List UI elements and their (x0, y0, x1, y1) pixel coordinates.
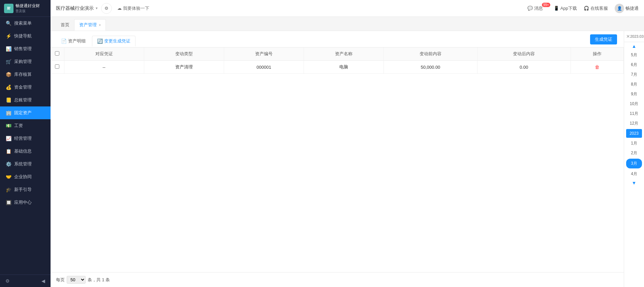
calendar-month-12月[interactable]: 12月 (624, 119, 644, 128)
calendar-month-2023-3月[interactable]: 3月 (626, 159, 642, 168)
sales-icon: 📊 (5, 46, 11, 52)
sidebar-item-label-purchase: 采购管理 (14, 59, 32, 65)
sidebar-item-label-guide: 新手引导 (14, 187, 32, 193)
user-avatar: 👤 (615, 4, 624, 13)
sidebar: 财 畅捷通好业财 普及版 🔍 搜索菜单 ⚡ 快捷导航 📊 销售管理 🛒 采购管理… (0, 0, 51, 287)
user-menu[interactable]: 👤 畅捷通 (615, 4, 639, 13)
settings-icon[interactable]: ⚙ (5, 278, 10, 284)
th-voucher: 对应凭证 (64, 47, 144, 61)
sidebar-item-coop[interactable]: 🤝 企业协同 (0, 170, 51, 183)
th-type: 变动类型 (144, 47, 224, 61)
ledger-icon: 📒 (5, 97, 11, 103)
calendar-month-2023-2月[interactable]: 2月 (624, 148, 644, 158)
sidebar-item-payroll[interactable]: 💵 工资 (0, 119, 51, 132)
tab-home[interactable]: 首页 (56, 19, 74, 31)
settings-button[interactable]: ⚙ (101, 3, 112, 14)
customer-service-button[interactable]: 🎧 在线客服 (584, 5, 608, 11)
tab-assets[interactable]: 资产管理× (74, 19, 106, 31)
sidebar-item-inventory[interactable]: 📦 库存核算 (0, 68, 51, 81)
customer-service-label: 在线客服 (590, 5, 608, 11)
sidebar-item-funds[interactable]: 💰 资金管理 (0, 81, 51, 94)
sidebar-item-assets[interactable]: 🏢 固定资产 (0, 106, 51, 119)
logo-icon: 财 (4, 4, 13, 13)
total-text: 条，共 1 条 (88, 277, 110, 283)
calendar-scroll-down[interactable]: ▼ (631, 179, 638, 187)
sidebar-item-label-quick-nav: 快捷导航 (14, 33, 32, 39)
table-container: 对应凭证变动类型资产编号资产名称变动前内容变动后内容操作 -- 资产清理 000… (51, 47, 624, 272)
sidebar-item-operations[interactable]: 📈 经营管理 (0, 132, 51, 145)
subtab-label-asset-list: 资产明细 (68, 38, 86, 44)
headset-icon: 🎧 (584, 6, 589, 11)
per-page-select[interactable]: 102050100 (67, 276, 86, 284)
experience-button[interactable]: ☁ 我要体验一下 (117, 5, 149, 11)
calendar-scroll-up[interactable]: ▲ (631, 42, 638, 50)
company-name: 医疗器械行业演示 (56, 5, 94, 11)
sidebar-item-guide[interactable]: 🎓 新手引导 (0, 183, 51, 196)
subtab-label-change-voucher: 变更生成凭证 (104, 38, 130, 44)
calendar-month-8月[interactable]: 8月 (624, 79, 644, 89)
row-voucher-0: -- (64, 61, 144, 74)
row-select-0[interactable] (51, 61, 64, 74)
purchase-icon: 🛒 (5, 59, 11, 65)
calendar-month-2023-4月[interactable]: 4月 (624, 169, 644, 179)
messages-button[interactable]: 💬 消息 99+ (527, 5, 547, 11)
search-icon: 🔍 (5, 20, 11, 26)
th-after: 变动后内容 (477, 47, 571, 61)
funds-icon: 💰 (5, 84, 11, 90)
logo: 财 畅捷通好业财 普及版 (0, 0, 51, 17)
calendar-month-2023-1月[interactable]: 1月 (624, 138, 644, 148)
sidebar-item-label-funds: 资金管理 (14, 84, 32, 90)
generate-voucher-button[interactable]: 生成凭证 (590, 34, 617, 44)
subtab-asset-list[interactable]: 📄 资产明细 (56, 36, 91, 46)
collapse-icon[interactable]: ◀ (41, 278, 45, 284)
calendar-month-9月[interactable]: 9月 (624, 89, 644, 99)
calendar-year-2023[interactable]: 2023 (626, 129, 642, 138)
asset-panel: 📄 资产明细 🔄 变更生成凭证 生成凭证 对应凭证变动类型资产编号资产名称变动前… (51, 31, 624, 287)
user-label: 畅捷通 (625, 5, 639, 11)
sidebar-item-label-app-center: 应用中心 (14, 199, 32, 205)
row-type-0: 资产清理 (144, 61, 224, 74)
company-selector[interactable]: 医疗器械行业演示 ▾ (56, 5, 98, 11)
row-name-0: 电脑 (304, 61, 384, 74)
logo-subtitle: 普及版 (16, 9, 40, 13)
calendar-month-10月[interactable]: 10月 (624, 99, 644, 109)
base-info-icon: 📋 (5, 148, 11, 154)
sidebar-item-label-system: 系统管理 (14, 161, 32, 167)
subtabs-bar: 📄 资产明细 🔄 变更生成凭证 生成凭证 (51, 31, 624, 47)
sidebar-item-ledger[interactable]: 📒 总账管理 (0, 94, 51, 106)
calendar-close-button[interactable]: ✕ (626, 34, 630, 39)
sidebar-item-purchase[interactable]: 🛒 采购管理 (0, 55, 51, 68)
sidebar-item-label-sales: 销售管理 (14, 46, 32, 52)
phone-icon: 📱 (554, 6, 559, 11)
content-area: 📄 资产明细 🔄 变更生成凭证 生成凭证 对应凭证变动类型资产编号资产名称变动前… (51, 31, 644, 287)
row-num-0: 000001 (224, 61, 304, 74)
select-all-checkbox[interactable] (55, 51, 59, 56)
sidebar-item-label-search: 搜索菜单 (14, 20, 32, 26)
pagination: 每页 102050100 条，共 1 条 (51, 272, 624, 287)
experience-label: 我要体验一下 (123, 5, 149, 11)
calendar-month-6月[interactable]: 6月 (624, 60, 644, 70)
sidebar-item-system[interactable]: ⚙️ 系统管理 (0, 158, 51, 170)
sidebar-item-label-assets: 固定资产 (14, 110, 32, 116)
sidebar-item-base-info[interactable]: 📋 基础信息 (0, 145, 51, 158)
tab-close-assets[interactable]: × (99, 23, 101, 27)
calendar-month-5月[interactable]: 5月 (624, 50, 644, 60)
app-download-button[interactable]: 📱 App下载 (554, 5, 577, 11)
subtab-change-voucher[interactable]: 🔄 变更生成凭证 (92, 36, 135, 46)
row-after-0: 0.00 (477, 61, 571, 74)
inventory-icon: 📦 (5, 71, 11, 77)
sidebar-item-search[interactable]: 🔍 搜索菜单 (0, 17, 51, 30)
sidebar-item-app-center[interactable]: 🔲 应用中心 (0, 196, 51, 209)
cloud-icon: ☁ (117, 6, 122, 11)
sidebar-item-quick-nav[interactable]: ⚡ 快捷导航 (0, 30, 51, 42)
quick-nav-icon: ⚡ (5, 33, 11, 39)
calendar-month-7月[interactable]: 7月 (624, 70, 644, 79)
tabs-bar: 首页资产管理× (51, 17, 644, 31)
tab-label-home: 首页 (61, 22, 69, 28)
row-action-0: 🗑 (571, 61, 623, 74)
logo-text: 畅捷通好业财 普及版 (16, 3, 40, 13)
sidebar-item-sales[interactable]: 📊 销售管理 (0, 42, 51, 55)
calendar-month-11月[interactable]: 11月 (624, 109, 644, 119)
delete-button-0[interactable]: 🗑 (595, 64, 600, 70)
logo-title: 畅捷通好业财 (16, 3, 40, 9)
